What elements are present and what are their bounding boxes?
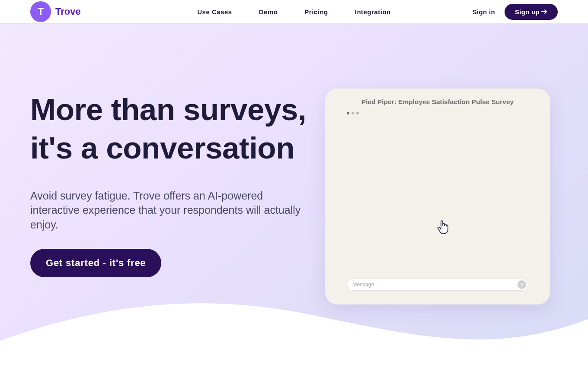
preview-title: Pied Piper: Employee Satisfaction Pulse … bbox=[334, 98, 541, 106]
hero-headline: More than surveys, it's a conversation bbox=[30, 91, 316, 168]
chevron-right-icon bbox=[520, 282, 524, 287]
hero-subtext: Avoid survey fatigue. Trove offers an AI… bbox=[30, 189, 307, 232]
arrow-right-icon bbox=[541, 8, 547, 16]
top-nav: T Trove Use Cases Demo Pricing Integrati… bbox=[0, 0, 588, 24]
message-placeholder: Message... bbox=[352, 282, 518, 288]
preview-body bbox=[334, 114, 541, 279]
nav-link-use-cases[interactable]: Use Cases bbox=[197, 8, 232, 16]
hero-headline-line2: it's a conversation bbox=[30, 131, 294, 165]
get-started-button[interactable]: Get started - it's free bbox=[30, 249, 161, 277]
sign-up-label: Sign up bbox=[515, 8, 540, 16]
send-button[interactable] bbox=[518, 280, 526, 289]
nav-link-pricing[interactable]: Pricing bbox=[304, 8, 328, 16]
hero-section: More than surveys, it's a conversation A… bbox=[0, 24, 588, 371]
primary-nav: Use Cases Demo Pricing Integration bbox=[197, 8, 390, 16]
sign-up-button[interactable]: Sign up bbox=[505, 4, 558, 20]
message-input-bar[interactable]: Message... bbox=[347, 279, 528, 291]
nav-link-demo[interactable]: Demo bbox=[259, 8, 278, 16]
sign-in-link[interactable]: Sign in bbox=[473, 8, 495, 16]
survey-preview-card: Pied Piper: Employee Satisfaction Pulse … bbox=[325, 89, 550, 304]
hero-headline-line1: More than surveys, bbox=[30, 92, 306, 127]
brand-name: Trove bbox=[55, 6, 81, 17]
nav-right: Sign in Sign up bbox=[473, 4, 558, 20]
nav-link-integration[interactable]: Integration bbox=[355, 8, 391, 16]
hero-copy: More than surveys, it's a conversation A… bbox=[30, 24, 316, 371]
pointer-icon bbox=[437, 220, 450, 237]
brand-logo[interactable]: T Trove bbox=[30, 1, 81, 22]
logo-badge: T bbox=[30, 1, 51, 22]
